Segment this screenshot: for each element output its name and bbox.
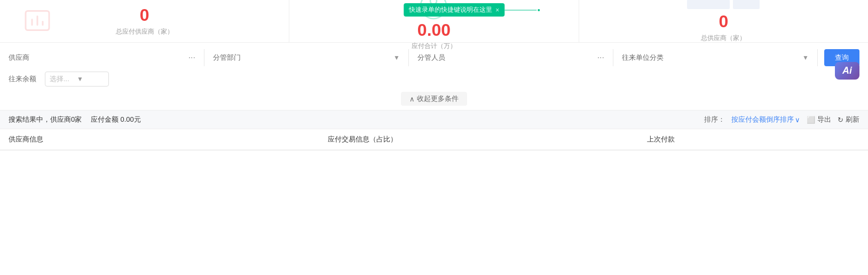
tooltip-close-button[interactable]: × — [495, 6, 499, 14]
col-supplier: 供应商信息 — [9, 135, 328, 144]
ai-badge[interactable]: Ai — [835, 62, 859, 80]
stat-total-payable-suppliers: 0 总应付供应商（家） — [0, 0, 289, 42]
collapse-icon: ∧ — [409, 95, 415, 103]
filter-row-1: 供应商 ··· 分管部门 ▼ 分管人员 ··· 往来单位分类 ▼ 查询 — [9, 49, 859, 66]
tooltip-dot — [536, 8, 541, 12]
balance-arrow: ▼ — [77, 75, 104, 83]
department-arrow[interactable]: ▼ — [393, 54, 400, 61]
sort-dropdown[interactable]: 按应付会额倒序排序 ∨ — [731, 115, 800, 124]
balance-placeholder: 选择... — [50, 74, 77, 84]
filter-bar: 供应商 ··· 分管部门 ▼ 分管人员 ··· 往来单位分类 ▼ 查询 往来 — [0, 43, 868, 111]
balance-filter: 往来余额 选择... ▼ — [9, 70, 109, 88]
amount-unit: 元 — [134, 115, 141, 123]
amount-label: 应付金额 — [91, 115, 119, 123]
supplier-filter: 供应商 ··· — [9, 49, 204, 66]
total-suppliers-label: 总供应商（家） — [701, 34, 746, 43]
supplier-dots[interactable]: ··· — [188, 53, 195, 62]
export-icon: ⬜ — [807, 116, 815, 124]
total-payable-label: 总应付供应商（家） — [116, 27, 173, 36]
supplier-icon — [21, 4, 53, 38]
supplier-unit: 家 — [75, 115, 82, 123]
refresh-label: 刷新 — [846, 115, 859, 124]
balance-label: 往来余额 — [9, 74, 36, 84]
refresh-icon: ↻ — [838, 116, 843, 124]
tooltip-bubble: 快速录单的快捷键说明在这里 × — [404, 3, 504, 17]
balance-select[interactable]: 选择... ▼ — [45, 72, 109, 87]
sort-arrow-icon: ∨ — [795, 116, 800, 124]
supplier-label: 供应商 — [9, 53, 29, 62]
unit-class-label: 往来单位分类 — [622, 53, 664, 62]
department-label: 分管部门 — [213, 53, 241, 62]
total-suppliers-number: 0 — [719, 12, 728, 31]
department-input[interactable] — [245, 54, 393, 62]
refresh-button[interactable]: ↻ 刷新 — [838, 115, 859, 124]
table-body — [0, 151, 868, 275]
stats-bar: 0 总应付供应商（家） 快速录单的快捷键说明在这里 × 0.00 应付合计（万） — [0, 0, 868, 43]
payable-total-number: 0.00 — [417, 21, 451, 40]
manager-label: 分管人员 — [417, 53, 445, 62]
results-bar: 搜索结果中，供应商0家 应付金额 0.00元 排序： 按应付会额倒序排序 ∨ ⬜… — [0, 111, 868, 129]
manager-dots[interactable]: ··· — [597, 53, 604, 62]
table-header: 供应商信息 应付交易信息（占比） 上次付款 — [0, 129, 868, 151]
sort-prefix: 排序： — [704, 115, 725, 124]
collapse-label: 收起更多条件 — [417, 94, 459, 104]
tooltip-text: 快速录单的快捷键说明在这里 — [409, 5, 492, 14]
filter-row-2: 往来余额 选择... ▼ — [9, 70, 859, 88]
amount-value: 0.00 — [120, 115, 133, 123]
stat-payable-total: 快速录单的快捷键说明在这里 × 0.00 应付合计（万） — [289, 0, 579, 42]
col-transaction: 应付交易信息（占比） — [328, 135, 647, 144]
results-prefix: 搜索结果中，供应商 — [9, 115, 71, 123]
unit-class-input[interactable] — [668, 54, 802, 62]
manager-input[interactable] — [449, 54, 597, 62]
unit-class-arrow[interactable]: ▼ — [802, 54, 809, 61]
results-actions: 排序： 按应付会额倒序排序 ∨ ⬜ 导出 ↻ 刷新 — [704, 115, 859, 124]
stat-total-suppliers: 0 总供应商（家） — [579, 0, 868, 42]
manager-filter: 分管人员 ··· — [409, 49, 613, 66]
supplier-input[interactable] — [34, 54, 188, 62]
sort-value-text: 按应付会额倒序排序 — [731, 115, 794, 124]
results-info: 搜索结果中，供应商0家 应付金额 0.00元 — [9, 115, 141, 124]
collapse-button[interactable]: ∧ 收起更多条件 — [401, 92, 467, 106]
export-label: 导出 — [817, 115, 831, 124]
payable-total-label: 应付合计（万） — [412, 42, 456, 51]
department-filter: 分管部门 ▼ — [204, 49, 409, 66]
export-button[interactable]: ⬜ 导出 — [807, 115, 831, 124]
col-payment: 上次付款 — [647, 135, 860, 144]
total-payable-number: 0 — [140, 6, 149, 25]
unit-class-filter: 往来单位分类 ▼ — [613, 49, 818, 66]
